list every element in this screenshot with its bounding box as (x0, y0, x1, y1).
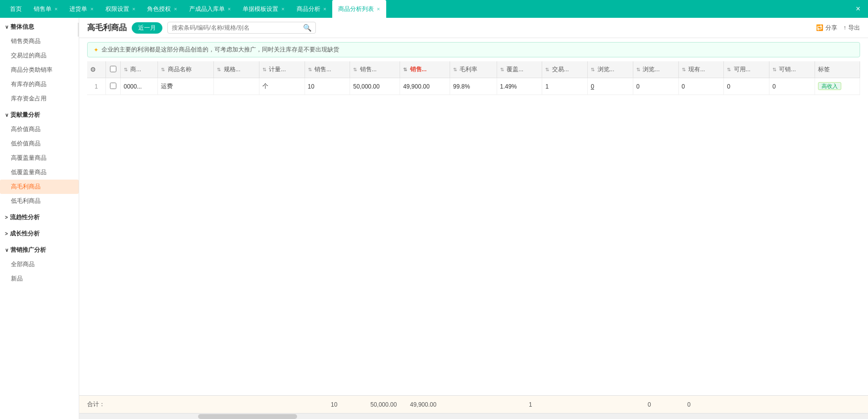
table-container[interactable]: ⚙ ⇅ 商... ⇅ 商品名称 (79, 61, 868, 395)
sort-icon: ⇅ (124, 67, 128, 72)
nav-permissions[interactable]: 权限设置 × (100, 0, 141, 18)
th-name[interactable]: ⇅ 商品名称 (158, 61, 214, 78)
th-views2[interactable]: ⇅ 浏览... (633, 61, 678, 78)
search-input[interactable] (172, 24, 303, 31)
nav-role-auth[interactable]: 角色授权 × (141, 0, 183, 18)
sidebar-item-all-products[interactable]: 全部商品 (0, 257, 79, 272)
close-icon[interactable]: × (90, 6, 93, 12)
close-icon[interactable]: × (323, 6, 326, 12)
total-label: 合计： (87, 400, 105, 409)
nav-sales[interactable]: 销售单 × (28, 0, 63, 18)
close-icon[interactable]: × (228, 6, 231, 12)
sort-icon: ⇅ (308, 67, 312, 72)
th-stock3[interactable]: ⇅ 可销... (769, 61, 815, 78)
td-sales3: 49,900.00 (400, 78, 450, 95)
nav-purchase[interactable]: 进货单 × (63, 0, 99, 18)
td-gross-rate: 99.8% (450, 78, 497, 95)
th-code[interactable]: ⇅ 商... (120, 61, 158, 78)
th-transactions[interactable]: ⇅ 交易... (542, 61, 588, 78)
th-coverage[interactable]: ⇅ 覆盖... (497, 61, 542, 78)
share-button[interactable]: 🔁 分享 (816, 24, 837, 32)
sidebar-item-high-margin[interactable]: 高毛利商品 (0, 180, 79, 194)
sort-icon: ⇅ (636, 67, 640, 72)
nav-product-analysis[interactable]: 商品分析 × (291, 0, 332, 18)
nav-product-analysis-list[interactable]: 商品分析列表 × (332, 0, 386, 18)
info-icon: ✦ (94, 47, 99, 53)
td-checkbox[interactable] (105, 78, 120, 95)
td-code: 0000... (120, 78, 158, 95)
sort-icon: ⇅ (545, 67, 549, 72)
export-icon: ↑ (843, 24, 846, 31)
tag-badge: 高收入 (818, 82, 841, 90)
close-icon[interactable]: × (132, 6, 135, 12)
close-icon[interactable]: × (54, 6, 57, 12)
sort-icon: ⇅ (403, 67, 407, 72)
close-icon[interactable]: × (174, 6, 177, 12)
th-gross-rate[interactable]: ⇅ 毛利率 (450, 61, 497, 78)
th-sales3[interactable]: ⇅ 销售... (400, 61, 450, 78)
footer-cell-spacer (115, 401, 328, 408)
nav-product-inbound[interactable]: 产成品入库单 × (183, 0, 237, 18)
th-sales2[interactable]: ⇅ 销售... (350, 61, 400, 78)
sidebar-item-sales-goods[interactable]: 销售类商品 (0, 34, 79, 48)
td-sales1: 10 (305, 78, 350, 95)
export-button[interactable]: ↑ 导出 (843, 24, 860, 32)
sidebar-item-stocked-goods[interactable]: 有库存的商品 (0, 77, 79, 92)
sidebar-item-high-value[interactable]: 高价值商品 (0, 122, 79, 137)
sort-icon: ⇅ (217, 67, 221, 72)
th-checkbox[interactable] (105, 61, 120, 78)
th-views1[interactable]: ⇅ 浏览... (588, 61, 633, 78)
td-coverage: 1.49% (497, 78, 542, 95)
th-sales1[interactable]: ⇅ 销售... (305, 61, 350, 78)
footer-cell-spacer2 (447, 401, 526, 408)
sort-icon: ⇅ (772, 67, 776, 72)
footer-cell-sales1: 10 (328, 401, 367, 408)
sidebar-item-traded-goods[interactable]: 交易过的商品 (0, 48, 79, 63)
sidebar-section-overall-header[interactable]: ∨ 整体信息 (0, 20, 79, 34)
sidebar-item-low-margin[interactable]: 低毛利商品 (0, 194, 79, 208)
sidebar-section-trend-header[interactable]: > 流趋性分析 (0, 210, 79, 225)
window-close-button[interactable]: × (852, 3, 864, 15)
td-spec (214, 78, 259, 95)
td-views1[interactable]: 0 (588, 78, 633, 95)
th-tag[interactable]: 标签 (815, 61, 860, 78)
sidebar-item-low-value[interactable]: 低价值商品 (0, 137, 79, 151)
search-icon[interactable]: 🔍 (303, 24, 311, 32)
filter-recent-month[interactable]: 近一月 (132, 22, 162, 34)
td-views2: 0 (633, 78, 678, 95)
th-stock2[interactable]: ⇅ 可用... (724, 61, 769, 78)
sort-icon: ⇅ (453, 67, 457, 72)
footer-totals: 合计： 10 50,000.00 49,900.00 1 0 0 (79, 395, 868, 413)
nav-home[interactable]: 首页 (4, 0, 28, 18)
sidebar-item-category-rate[interactable]: 商品分类助销率 (0, 63, 79, 77)
footer-cell-stock1: 0 (645, 401, 684, 408)
sidebar-collapse-button[interactable]: « (78, 23, 79, 37)
th-stock1[interactable]: ⇅ 现有... (678, 61, 724, 78)
th-unit[interactable]: ⇅ 计量... (259, 61, 305, 78)
table-row[interactable]: 1 0000... 运费 (87, 78, 860, 95)
close-icon[interactable]: × (281, 6, 284, 12)
scrollbar-thumb[interactable] (198, 414, 297, 419)
row-checkbox[interactable] (110, 83, 116, 89)
sidebar-item-inventory-capital[interactable]: 库存资金占用 (0, 92, 79, 106)
settings-icon[interactable]: ⚙ (90, 66, 96, 73)
chevron-right-icon: > (5, 215, 8, 220)
sidebar-section-growth-header[interactable]: > 成长性分析 (0, 227, 79, 241)
th-gear[interactable]: ⚙ (87, 61, 105, 78)
td-stock2: 0 (724, 78, 769, 95)
select-all-checkbox[interactable] (110, 66, 116, 72)
sort-icon: ⇅ (353, 67, 357, 72)
sidebar-section-trend: > 流趋性分析 (0, 210, 79, 225)
sort-icon: ⇅ (591, 67, 595, 72)
sidebar-section-marketing: ∨ 营销推广分析 全部商品 新品 (0, 243, 79, 286)
sidebar-item-low-coverage[interactable]: 低覆盖量商品 (0, 165, 79, 180)
sidebar-item-new-products[interactable]: 新品 (0, 272, 79, 286)
close-icon[interactable]: × (377, 6, 380, 12)
horizontal-scrollbar[interactable] (79, 413, 868, 419)
sidebar-section-marketing-header[interactable]: ∨ 营销推广分析 (0, 243, 79, 257)
sidebar-item-high-coverage[interactable]: 高覆盖量商品 (0, 151, 79, 165)
sidebar-section-contribution-header[interactable]: ∨ 贡献量分析 (0, 108, 79, 122)
td-unit: 个 (259, 78, 305, 95)
nav-template-settings[interactable]: 单据模板设置 × (237, 0, 290, 18)
th-spec[interactable]: ⇅ 规格... (214, 61, 259, 78)
